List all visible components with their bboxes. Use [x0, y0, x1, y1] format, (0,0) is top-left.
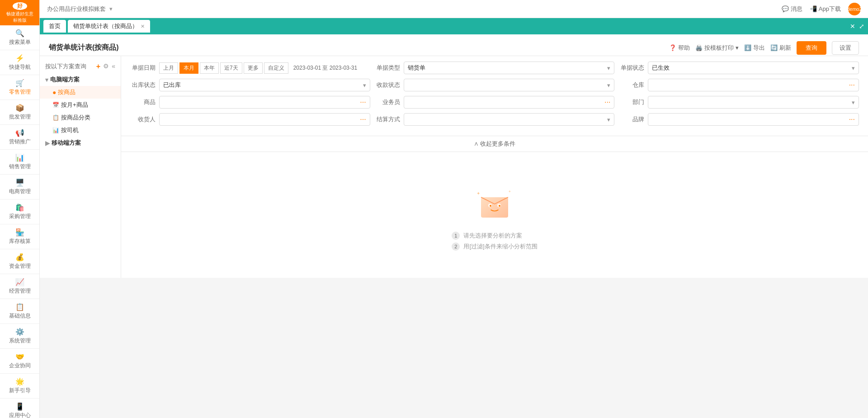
sidebar-item-newuser-label: 新手引导: [9, 387, 31, 394]
sidebar-item-finance[interactable]: 💰 资金管理: [0, 249, 39, 274]
svg-point-3: [490, 205, 491, 207]
content-area: 销货单统计表(按商品) ❓ 帮助 🖨️ 按模板打印 ▾ ⬇️ 导出 🔄 刷新: [40, 34, 868, 418]
filter-brand: 品牌 ···: [619, 113, 859, 126]
message-icon: 💬: [782, 5, 789, 12]
filter-row-2: 出库状态 已出库 ▾ 收款状态 ▾: [130, 79, 859, 91]
inventory-icon: 🏪: [15, 228, 24, 237]
sidebar-item-sales[interactable]: 📊 销售管理: [0, 150, 39, 175]
tab-close-icon[interactable]: ✕: [141, 24, 145, 29]
print-template-btn[interactable]: 🖨️ 按模板打印 ▾: [695, 44, 739, 52]
out-status-arrow: ▾: [363, 82, 366, 89]
doc-status-arrow: ▾: [852, 65, 855, 71]
brand-control[interactable]: ···: [648, 113, 859, 126]
tree-item-by-driver[interactable]: 📊 按司机: [40, 124, 121, 137]
collapse-filter-btn[interactable]: ∧ 收起更多条件: [121, 136, 868, 152]
sidebar-item-nav[interactable]: ⚡ 快捷导航: [0, 50, 39, 75]
retail-icon: 🛒: [15, 79, 24, 87]
sidebar-item-wholesale-label: 批发管理: [9, 113, 31, 121]
sidebar-item-marketing[interactable]: 📢 营销推广: [0, 125, 39, 150]
salesman-control[interactable]: ···: [404, 96, 615, 109]
help-btn[interactable]: ❓ 帮助: [669, 44, 690, 52]
print-dropdown-arrow[interactable]: ▾: [736, 44, 739, 51]
date-btn-this-year[interactable]: 本年: [200, 62, 219, 74]
doc-type-value: 销货单: [408, 64, 425, 72]
goods-control[interactable]: ···: [159, 96, 370, 109]
refresh-icon: 🔄: [770, 44, 778, 51]
app-download-btn[interactable]: 📲 App下载: [810, 5, 841, 13]
print-icon: 🖨️: [695, 44, 703, 51]
tree-mobile-root[interactable]: ▶ 移动端方案: [40, 137, 121, 149]
filter-row-4: 收货人 ··· 结算方式 ▾: [130, 113, 859, 126]
tree-item-by-goods[interactable]: ● 按商品: [40, 86, 121, 99]
app-name: 畅捷通好生意: [6, 11, 33, 17]
collapse-panel-btn[interactable]: «: [112, 62, 115, 71]
warehouse-dots: ···: [849, 81, 855, 89]
tip-num-1: 1: [452, 232, 460, 240]
sidebar-item-ecom[interactable]: 🖥️ 电商管理: [0, 175, 39, 200]
settings-scheme-btn[interactable]: ⚙: [103, 62, 109, 71]
doc-status-control[interactable]: 已生效 ▾: [648, 62, 859, 74]
tree-desktop-label: 电脑端方案: [50, 76, 80, 84]
tree-mobile-section: ▶ 移动端方案: [40, 137, 121, 149]
refresh-btn[interactable]: 🔄 刷新: [770, 44, 791, 52]
sidebar-item-basic[interactable]: 📋 基础信息: [0, 299, 39, 324]
payment-control[interactable]: ▾: [404, 113, 615, 126]
doc-type-label: 单据类型: [375, 64, 404, 72]
receiver-control[interactable]: ···: [159, 113, 370, 126]
export-btn[interactable]: ⬇️ 导出: [744, 44, 765, 52]
sidebar-item-enterprise[interactable]: 🤝 企业协同: [0, 349, 39, 374]
sidebar-item-basic-label: 基础信息: [9, 312, 31, 320]
payment-label: 结算方式: [375, 115, 404, 124]
tip-text-1: 请先选择要分析的方案: [463, 232, 522, 240]
date-btn-this-month[interactable]: 本月: [179, 62, 198, 74]
department-control[interactable]: ▾: [648, 96, 859, 109]
tabs-right-controls: ✕ ⤢: [850, 23, 864, 30]
doc-status-label: 单据状态: [619, 64, 648, 72]
doc-type-control[interactable]: 销货单 ▾: [404, 62, 615, 74]
messages-btn[interactable]: 💬 消息: [782, 5, 802, 13]
tab-sales-label: 销货单统计表（按商品）: [73, 22, 138, 30]
sidebar-item-purchase[interactable]: 🛍️ 采购管理: [0, 200, 39, 224]
ecom-icon: 🖥️: [15, 178, 24, 187]
tip-num-2: 2: [452, 242, 460, 251]
sidebar-item-newuser[interactable]: 🌟 新手引导: [0, 374, 39, 399]
sales-icon: 📊: [15, 153, 24, 162]
date-btn-last-month[interactable]: 上月: [159, 62, 178, 74]
active-item-icon: ●: [52, 89, 56, 96]
sidebar-item-search[interactable]: 🔍 搜索菜单: [0, 25, 39, 50]
date-btn-custom[interactable]: 自定义: [264, 62, 288, 74]
sidebar-item-inventory[interactable]: 🏪 库存核算: [0, 224, 39, 249]
empty-illustration: ✦ ✦ ✦: [472, 179, 517, 224]
warehouse-control[interactable]: ···: [648, 79, 859, 91]
tree-item-by-month-goods[interactable]: 📅 按月+商品: [40, 99, 121, 111]
industry-label: 办公用品行业模拟账套: [47, 5, 106, 13]
svg-text:✦: ✦: [504, 197, 506, 200]
department-label: 部门: [619, 98, 648, 106]
date-btn-more[interactable]: 更多: [244, 62, 263, 74]
date-controls: 上月 本月 本年 近7天 更多 自定义 2023-03-01 至 2023-03…: [159, 62, 370, 74]
date-btn-last-7-days[interactable]: 近7天: [220, 62, 242, 74]
system-icon: ⚙️: [15, 328, 24, 336]
add-scheme-btn[interactable]: +: [96, 62, 100, 71]
operations-icon: 📈: [15, 278, 24, 286]
settings-button[interactable]: 设置: [832, 41, 859, 55]
tree-item-by-category[interactable]: 📋 按商品分类: [40, 111, 121, 124]
tree-desktop-root[interactable]: ▾ 电脑端方案: [40, 73, 121, 86]
tab-home[interactable]: 首页: [43, 20, 66, 33]
sidebar-item-operations-label: 经营管理: [9, 287, 31, 295]
avatar[interactable]: demo2: [848, 3, 861, 15]
receive-status-control[interactable]: ▾: [404, 79, 615, 91]
tab-maximize-btn[interactable]: ⤢: [859, 23, 864, 30]
dropdown-arrow[interactable]: ▾: [109, 5, 113, 12]
query-button[interactable]: 查询: [797, 41, 826, 55]
collapse-label: ∧ 收起更多条件: [474, 140, 516, 147]
sidebar-item-retail[interactable]: 🛒 零售管理: [0, 75, 39, 100]
appcenter-icon: 📱: [15, 402, 24, 411]
sidebar-item-wholesale[interactable]: 📦 批发管理: [0, 100, 39, 125]
tab-close-window-btn[interactable]: ✕: [850, 23, 855, 30]
tab-sales-stat[interactable]: 销货单统计表（按商品） ✕: [68, 20, 150, 33]
sidebar-item-system[interactable]: ⚙️ 系统管理: [0, 324, 39, 349]
sidebar-item-appcenter[interactable]: 📱 应用中心: [0, 399, 39, 418]
out-status-control[interactable]: 已出库 ▾: [159, 79, 370, 91]
sidebar-item-operations[interactable]: 📈 经营管理: [0, 274, 39, 299]
